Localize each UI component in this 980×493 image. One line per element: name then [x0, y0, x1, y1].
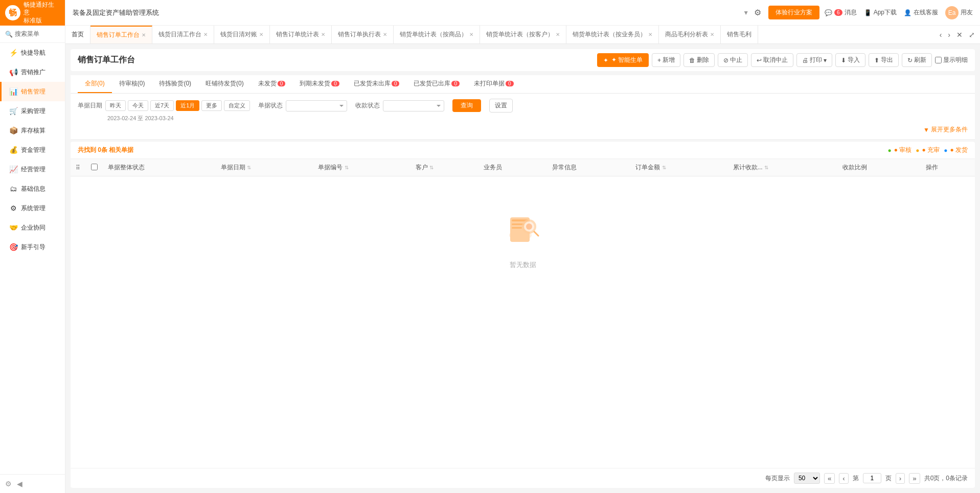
app-download-btn[interactable]: 📱 App下载 [864, 8, 897, 17]
sidebar-settings-btn[interactable]: ⚙ [5, 480, 12, 488]
last-page-btn[interactable]: » [909, 473, 920, 484]
expand-filter-btn[interactable]: ▼ 展开更多条件 [923, 125, 968, 134]
sidebar-collapse-btn[interactable]: ◀ [17, 480, 22, 488]
payment-filter: 收款状态 [355, 100, 444, 111]
tab-close-icon[interactable]: ✕ [321, 32, 325, 37]
tab-home[interactable]: 首页 [65, 26, 90, 44]
date-7days-btn[interactable]: 近7天 [150, 100, 174, 111]
online-service-btn[interactable]: 👤 在线客服 [904, 8, 938, 17]
date-sort-icon[interactable]: ⇅ [247, 165, 251, 170]
sidebar-item-operation[interactable]: 📈 经营管理 [0, 160, 65, 179]
sidebar-item-system[interactable]: ⚙ 系统管理 [0, 198, 65, 218]
col-number[interactable]: 单据编号 ⇅ [313, 159, 410, 176]
page-size-select[interactable]: 50 10 20 100 [794, 473, 820, 484]
sub-tab-shipped-out[interactable]: 已发货已出库0 [406, 75, 467, 93]
print-btn[interactable]: 🖨 打印 ▾ [796, 53, 832, 67]
col-customer[interactable]: 客户 ⇅ [411, 159, 478, 176]
sub-tab-pending-inspect[interactable]: 待拣验货(0) [152, 75, 198, 93]
tab-close-icon[interactable]: ✕ [469, 32, 473, 37]
sub-tab-pending-review[interactable]: 待审核(0) [112, 75, 152, 93]
query-btn[interactable]: 查询 [452, 99, 481, 112]
delete-btn[interactable]: 🗑 删除 [683, 53, 715, 67]
sub-tab-shipped-not-out[interactable]: 已发货未出库0 [347, 75, 407, 93]
sidebar-item-basic[interactable]: 🗂 基础信息 [0, 179, 65, 198]
received-sort-icon[interactable]: ⇅ [764, 165, 768, 170]
tab-sales-summary-product[interactable]: 销货单统计表（按商品） ✕ [394, 26, 480, 44]
status-select[interactable] [286, 100, 347, 111]
smart-create-btn[interactable]: ✦ ✦ 智能生单 [597, 53, 649, 67]
sub-tab-not-shipped[interactable]: 未发货0 [251, 75, 293, 93]
sidebar-item-finance[interactable]: 💰 资金管理 [0, 140, 65, 160]
first-page-btn[interactable]: « [824, 473, 835, 484]
tab-sales-exec[interactable]: 销售订单执行表 ✕ [332, 26, 394, 44]
sidebar-item-purchase[interactable]: 🛒 采购管理 [0, 101, 65, 121]
amount-sort-icon[interactable]: ⇅ [662, 165, 666, 170]
sub-tab-wangpu[interactable]: 旺铺待发货(0) [198, 75, 251, 93]
sub-tab-all[interactable]: 全部(0) [78, 75, 112, 93]
tab-close-icon[interactable]: ✕ [142, 32, 146, 38]
payment-select[interactable] [383, 100, 444, 111]
import-btn[interactable]: ⬇ 导入 [835, 53, 865, 67]
tab-cash-daily[interactable]: 钱货日清工作台 ✕ [152, 26, 214, 44]
export-btn[interactable]: ⬆ 导出 [869, 53, 899, 67]
number-sort-icon[interactable]: ⇅ [345, 165, 349, 170]
tab-sales-summary-customer[interactable]: 销货单统计表（按客户） ✕ [480, 26, 566, 44]
date-more-btn[interactable]: 更多 [201, 100, 222, 111]
sub-tab-not-printed[interactable]: 未打印单据0 [467, 75, 521, 93]
col-date[interactable]: 单据日期 ⇅ [216, 159, 313, 176]
tab-close-icon[interactable]: ✕ [259, 32, 263, 37]
date-today-btn[interactable]: 今天 [128, 100, 148, 111]
refresh-btn[interactable]: ↻ 刷新 [902, 53, 932, 67]
tab-scroll-left-btn[interactable]: ‹ [938, 30, 944, 40]
tab-close-icon[interactable]: ✕ [383, 32, 387, 37]
show-detail-checkbox[interactable]: 显示明细 [935, 56, 968, 64]
show-detail-input[interactable] [935, 57, 942, 63]
message-btn[interactable]: 💬 6 消息 [825, 8, 857, 17]
review-action-btn[interactable]: ● ● 审核 [887, 146, 911, 154]
tab-sales-summary-staff[interactable]: 销货单统计表（按业务员） ✕ [566, 26, 659, 44]
customer-sort-icon[interactable]: ⇅ [429, 165, 434, 170]
filter-settings-btn[interactable]: 设置 [489, 99, 513, 113]
sidebar-item-inventory[interactable]: 📦 库存核算 [0, 121, 65, 140]
ship-action-btn[interactable]: ● ● 发货 [944, 146, 968, 154]
page-toolbar: ✦ ✦ 智能生单 + 新增 🗑 删除 ⊘ 中止 ↩ 取消中止 [597, 53, 968, 67]
tab-close-current-btn[interactable]: ✕ [954, 30, 965, 40]
date-yesterday-btn[interactable]: 昨天 [105, 100, 126, 111]
page-number-input[interactable] [863, 473, 881, 483]
topbar-arrow-icon[interactable]: ▼ [743, 9, 749, 16]
user-menu-btn[interactable]: Ea 用友 [945, 6, 973, 19]
topbar-settings-icon[interactable]: ⚙ [754, 8, 761, 17]
col-received[interactable]: 累计收款... ⇅ [728, 159, 837, 176]
cancel-review-action-btn[interactable]: ● ● 充审 [916, 146, 940, 154]
col-amount[interactable]: 订单金额 ⇅ [630, 159, 727, 176]
col-check[interactable] [86, 159, 103, 176]
sub-tab-overdue[interactable]: 到期未发货0 [292, 75, 347, 93]
search-menu-btn[interactable]: 🔍 搜索菜单 [0, 26, 65, 43]
tab-product-profit[interactable]: 商品毛利分析表 ✕ [659, 26, 721, 44]
tab-sales-stat[interactable]: 销售订单统计表 ✕ [270, 26, 332, 44]
add-btn[interactable]: + 新增 [652, 53, 680, 67]
sidebar-item-guide[interactable]: 🎯 新手引导 [0, 237, 65, 257]
sidebar-item-sales[interactable]: 📊 销售管理 [0, 82, 65, 101]
date-custom-btn[interactable]: 自定义 [224, 100, 250, 111]
date-1month-btn[interactable]: 近1月 [176, 100, 199, 111]
prev-page-btn[interactable]: ‹ [839, 473, 848, 484]
tab-close-icon[interactable]: ✕ [203, 32, 208, 37]
tab-close-icon[interactable]: ✕ [556, 32, 560, 37]
tab-sales-workbench[interactable]: 销售订单工作台 ✕ [90, 26, 152, 44]
sidebar-item-enterprise[interactable]: 🤝 企业协同 [0, 218, 65, 237]
tab-close-icon[interactable]: ✕ [648, 32, 652, 37]
select-all-checkbox[interactable] [91, 164, 98, 170]
main-content: 装备及固定资产辅助管理系统 ▼ ⚙ 体验行业方案 💬 6 消息 📱 App下载 … [65, 0, 980, 493]
industry-solution-btn[interactable]: 体验行业方案 [768, 6, 819, 19]
sidebar-item-quick-nav[interactable]: ⚡ 快捷导航 [0, 43, 65, 62]
cancel-stop-btn[interactable]: ↩ 取消中止 [751, 53, 793, 67]
tab-close-icon[interactable]: ✕ [710, 32, 714, 37]
stop-btn[interactable]: ⊘ 中止 [718, 53, 748, 67]
sidebar-item-marketing[interactable]: 📢 营销推广 [0, 62, 65, 82]
tab-scroll-right-btn[interactable]: › [946, 30, 952, 40]
tab-cash-reconcile[interactable]: 钱货日清对账 ✕ [214, 26, 270, 44]
next-page-btn[interactable]: › [896, 473, 905, 484]
tab-maximize-btn[interactable]: ⤢ [967, 30, 977, 40]
tab-sales-profit[interactable]: 销售毛利 [721, 26, 758, 44]
